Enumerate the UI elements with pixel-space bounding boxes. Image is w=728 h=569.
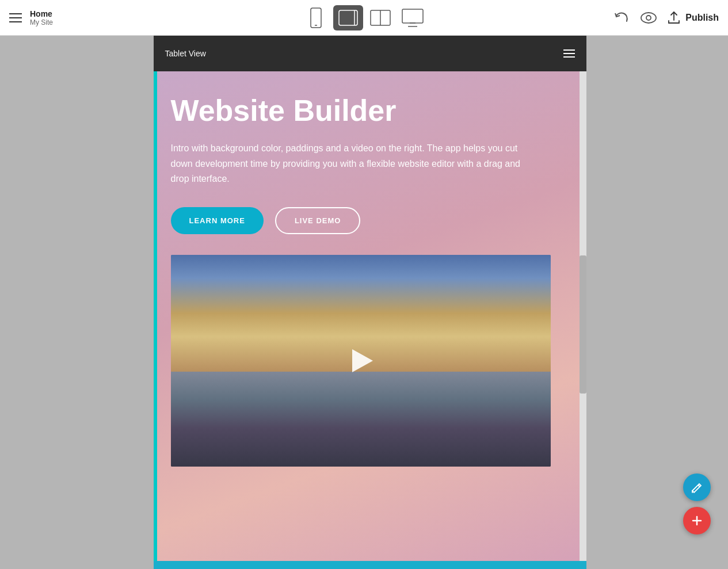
scrollbar-thumb[interactable] (580, 255, 586, 394)
nav-site-label: My Site (30, 18, 53, 26)
toolbar-left: Home My Site (9, 9, 53, 26)
publish-label: Publish (685, 13, 719, 23)
tablet-view-label: Tablet View (165, 49, 206, 58)
fab-edit-button[interactable] (683, 473, 711, 501)
fab-add-button[interactable] (683, 507, 711, 534)
svg-rect-0 (311, 8, 321, 28)
svg-point-9 (641, 13, 656, 23)
scrollbar-track[interactable] (580, 71, 586, 569)
nav-title-group: Home My Site (30, 9, 53, 26)
play-button[interactable] (344, 343, 378, 378)
split-view-button[interactable] (365, 5, 395, 30)
tablet-view-button[interactable] (333, 5, 363, 30)
tablet-menu-icon[interactable] (563, 49, 575, 58)
undo-button[interactable] (614, 11, 630, 25)
mobile-view-button[interactable] (301, 5, 331, 30)
fab-container (683, 473, 711, 534)
video-container[interactable] (171, 255, 551, 467)
site-intro: Intro with background color, paddings an… (171, 141, 539, 186)
learn-more-button[interactable]: LEARN MORE (171, 207, 264, 234)
tablet-topbar: Tablet View (154, 36, 586, 71)
view-switcher (301, 5, 428, 30)
buttons-row: LEARN MORE LIVE DEMO (171, 207, 569, 234)
svg-line-11 (698, 485, 700, 487)
svg-point-10 (646, 16, 651, 20)
live-demo-button[interactable]: LIVE DEMO (275, 207, 361, 234)
hamburger-icon[interactable] (9, 13, 22, 22)
tablet-content: Website Builder Intro with background co… (154, 71, 586, 569)
scroll-indicator (154, 561, 586, 569)
toolbar-right: Publish (614, 11, 719, 25)
desktop-view-button[interactable] (398, 5, 428, 30)
nav-home-label: Home (30, 9, 53, 18)
play-triangle-icon (352, 349, 373, 372)
tablet-frame: Tablet View Website Builder Intro with b… (154, 36, 586, 569)
preview-button[interactable] (641, 12, 657, 24)
svg-rect-6 (402, 9, 423, 23)
canvas-area: Tablet View Website Builder Intro with b… (0, 36, 728, 569)
toolbar: Home My Site (0, 0, 728, 36)
publish-button[interactable]: Publish (667, 11, 719, 25)
site-title: Website Builder (171, 94, 569, 127)
